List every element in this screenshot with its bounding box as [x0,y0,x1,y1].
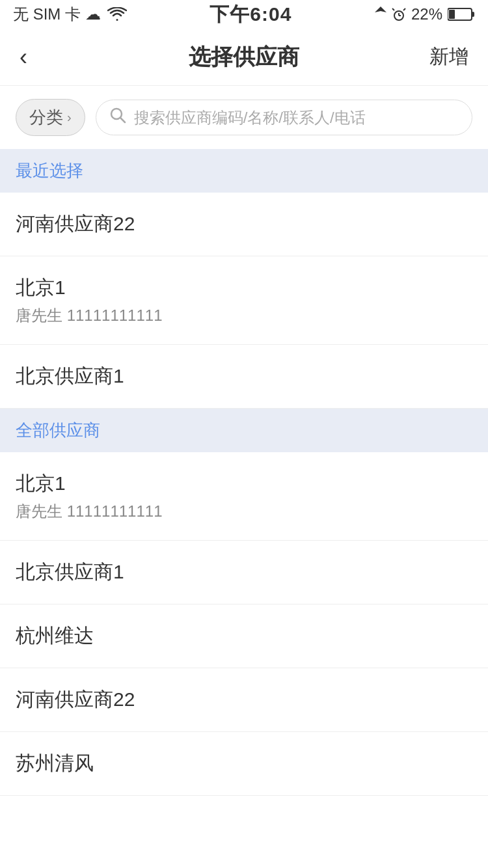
list-item[interactable]: 河南供应商22 [0,193,488,256]
list-item[interactable]: 杭州维达 [0,604,488,668]
wifi-icon [107,7,127,21]
item-name: 北京供应商1 [16,559,472,586]
section-header-all: 全部供应商 [0,409,488,452]
svg-line-9 [120,118,125,122]
battery-icon [448,7,475,21]
list-item[interactable]: 北京1唐先生 11111111111 [0,256,488,345]
svg-rect-7 [472,12,474,17]
status-left: 无 SIM 卡 ☁ [13,4,127,25]
page-title: 选择供应商 [189,42,299,72]
item-name: 河南供应商22 [16,211,472,237]
list-item[interactable]: 苏州清风 [0,732,488,796]
filter-bar: 分类 › [0,86,488,149]
item-name: 北京1 [16,275,472,301]
item-name: 北京1 [16,470,472,497]
item-sub: 唐先生 11111111111 [16,501,472,522]
item-name: 苏州清风 [16,750,472,777]
sim-text: 无 SIM 卡 ☁ [13,4,101,25]
search-icon [109,107,126,128]
list-item[interactable]: 北京1唐先生 11111111111 [0,452,488,541]
section-header-recent: 最近选择 [0,149,488,193]
svg-rect-6 [449,10,455,19]
add-button[interactable]: 新增 [429,44,468,70]
status-time: 下午6:04 [210,1,291,28]
svg-line-4 [403,8,405,10]
item-name: 杭州维达 [16,623,472,649]
search-input[interactable] [134,109,459,127]
location-icon [375,7,386,22]
category-button[interactable]: 分类 › [16,99,85,136]
supplier-list: 最近选择河南供应商22北京1唐先生 11111111111北京供应商1全部供应商… [0,149,488,796]
status-right: 22% [375,5,475,23]
alarm-icon [392,7,406,21]
item-name: 河南供应商22 [16,686,472,713]
status-bar: 无 SIM 卡 ☁ 下午6:04 22% [0,0,488,29]
nav-bar: ‹ 选择供应商 新增 [0,29,488,86]
back-button[interactable]: ‹ [20,44,59,71]
category-label: 分类 [29,106,63,129]
chevron-right-icon: › [67,110,72,125]
item-sub: 唐先生 11111111111 [16,305,472,326]
svg-line-3 [392,8,394,10]
battery-text: 22% [411,5,442,23]
item-name: 北京供应商1 [16,363,472,390]
list-item[interactable]: 河南供应商22 [0,668,488,732]
list-item[interactable]: 北京供应商1 [0,345,488,409]
search-box [96,100,472,135]
list-item[interactable]: 北京供应商1 [0,541,488,604]
